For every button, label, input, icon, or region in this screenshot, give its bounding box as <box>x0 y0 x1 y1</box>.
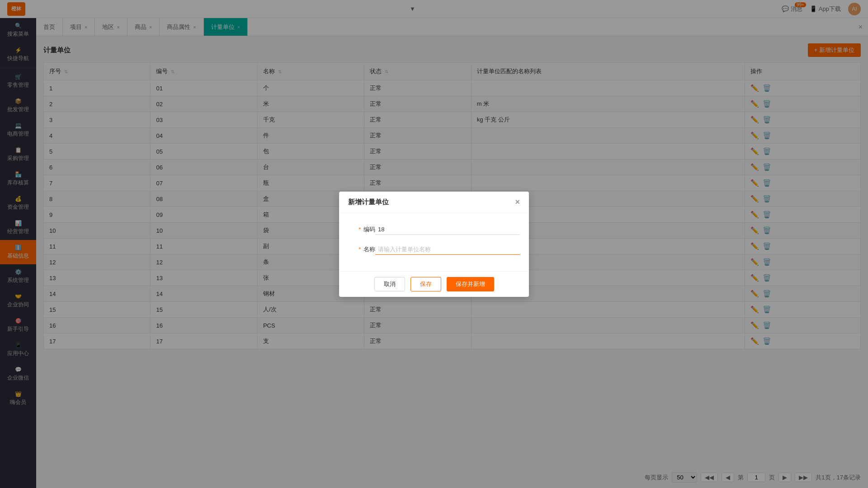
form-row-name: * 名称 <box>348 244 520 255</box>
name-label-text: 名称 <box>363 246 375 253</box>
code-label-text: 编码 <box>363 226 375 233</box>
form-name-label: * 名称 <box>348 245 375 253</box>
modal-overlay[interactable]: 新增计量单位 × * 编码 * 名称 取消 保存 保存并新增 <box>0 0 868 488</box>
modal-dialog: 新增计量单位 × * 编码 * 名称 取消 保存 保存并新增 <box>339 192 529 297</box>
modal-title: 新增计量单位 <box>348 198 389 206</box>
modal-footer: 取消 保存 保存并新增 <box>339 271 529 297</box>
form-code-label: * 编码 <box>348 225 375 234</box>
code-required-mark: * <box>359 226 361 233</box>
modal-close-button[interactable]: × <box>515 198 520 206</box>
modal-header: 新增计量单位 × <box>339 192 529 213</box>
name-required-mark: * <box>359 246 361 253</box>
save-button[interactable]: 保存 <box>410 277 441 291</box>
form-row-code: * 编码 <box>348 224 520 235</box>
modal-body: * 编码 * 名称 <box>339 213 529 271</box>
name-input[interactable] <box>375 244 520 255</box>
save-and-new-button[interactable]: 保存并新增 <box>447 277 494 291</box>
cancel-button[interactable]: 取消 <box>374 277 405 291</box>
code-input[interactable] <box>375 224 520 235</box>
